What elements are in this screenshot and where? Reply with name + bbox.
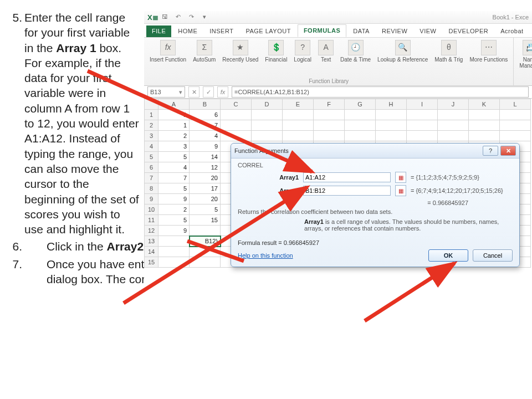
text-button[interactable]: AText [318, 40, 334, 63]
lookup-button[interactable]: 🔍Lookup & Reference [377, 40, 428, 63]
argument-description: Array1 is a cell range of values. The va… [304, 218, 513, 232]
excel-titlebar: X≣ 🖫 ↶ ↷ ▾ Book1 - Exce [144, 11, 532, 24]
logical-button[interactable]: ?Logical [294, 40, 311, 63]
excel-icon: X≣ [147, 13, 155, 21]
tab-insert[interactable]: INSERT [204, 25, 239, 37]
tab-data[interactable]: DATA [347, 25, 375, 37]
more-functions-button[interactable]: ⋯More Functions [469, 40, 508, 63]
formula-input[interactable]: =CORREL(A1:A12,B1:B12) [232, 86, 529, 98]
enter-formula-icon[interactable]: ✓ [203, 86, 214, 98]
tab-file[interactable]: FILE [146, 25, 171, 37]
function-name-label: CORREL [238, 162, 513, 168]
insert-function-button[interactable]: fxInsert Function [150, 40, 186, 63]
array1-label: Array1 [238, 174, 299, 181]
ribbon-tabs: FILE HOME INSERT PAGE LAYOUT FORMULAS DA… [144, 24, 532, 38]
undo-icon[interactable]: ↶ [174, 13, 182, 21]
array2-range-picker-icon[interactable]: ▦ [395, 185, 406, 196]
array1-evaluated: = {1;1;2;3;5;4;7;5;9;2;5;9} [411, 174, 479, 181]
workbook-name: Book1 - Exce [493, 14, 529, 21]
name-box[interactable]: B13 ▾ [147, 86, 185, 98]
tab-view[interactable]: VIEW [414, 25, 442, 37]
array2-input[interactable] [303, 186, 391, 196]
ribbon: fxInsert Function ΣAutoSum ★Recently Use… [144, 38, 532, 86]
function-arguments-dialog: Function Arguments ? ✕ CORREL Array1 ▦ =… [231, 143, 520, 267]
math-trig-button[interactable]: θMath & Trig [434, 40, 463, 63]
calc-result: = 0.966845927 [427, 200, 468, 206]
recently-used-button[interactable]: ★Recently Used [222, 40, 258, 63]
date-time-button[interactable]: 🕘Date & Time [340, 40, 371, 63]
dialog-title: Function Arguments [234, 147, 289, 154]
tab-review[interactable]: REVIEW [376, 25, 413, 37]
autosum-button[interactable]: ΣAutoSum [193, 40, 216, 63]
array1-input[interactable] [303, 172, 391, 182]
dialog-help-icon[interactable]: ? [483, 146, 498, 156]
function-description: Returns the correlation coefficient betw… [238, 208, 513, 215]
tab-home[interactable]: HOME [172, 25, 203, 37]
list-number-7: 7. [0, 257, 24, 272]
list-item-5: Enter the cell range for your first vari… [24, 10, 141, 237]
ok-button[interactable]: OK [428, 249, 468, 262]
tab-developer[interactable]: DEVELOPER [443, 25, 494, 37]
financial-button[interactable]: 💲Financial [265, 40, 287, 63]
name-manager-button[interactable]: 📇Name Manager [519, 40, 532, 69]
array2-label: Array2 [238, 187, 299, 194]
fx-icon[interactable]: fx [217, 86, 228, 98]
array1-range-picker-icon[interactable]: ▦ [395, 172, 406, 183]
formula-bar: B13 ▾ ✕ ✓ fx =CORREL(A1:A12,B1:B12) [144, 86, 532, 99]
redo-icon[interactable]: ↷ [187, 13, 195, 21]
save-icon[interactable]: 🖫 [161, 13, 168, 21]
dialog-close-icon[interactable]: ✕ [500, 146, 516, 156]
cancel-button[interactable]: Cancel [473, 249, 513, 262]
list-number-5: 5. [0, 10, 24, 25]
tab-acrobat[interactable]: Acrobat [495, 25, 529, 37]
group-function-library: Function Library [309, 78, 349, 84]
formula-result: Formula result = 0.966845927 [238, 239, 513, 246]
cancel-formula-icon[interactable]: ✕ [188, 86, 200, 98]
help-link[interactable]: Help on this function [238, 252, 293, 259]
tab-page-layout[interactable]: PAGE LAYOUT [240, 25, 296, 37]
tab-formulas[interactable]: FORMULAS [298, 24, 346, 37]
qat-dropdown-icon[interactable]: ▾ [201, 13, 208, 21]
array2-evaluated: = {6;7;4;9;14;12;20;17;20;5;15;26} [411, 187, 503, 194]
list-number-6: 6. [0, 239, 24, 254]
